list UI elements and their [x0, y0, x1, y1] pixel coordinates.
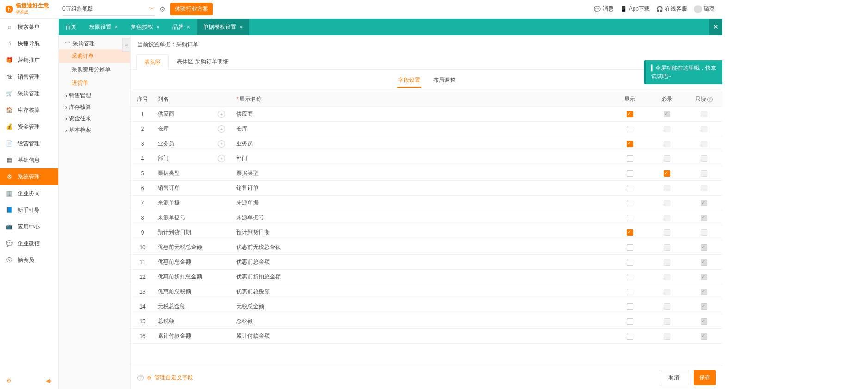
checkbox[interactable]: [627, 215, 633, 221]
inner-tab[interactable]: 表体区-采购订单明细: [169, 54, 236, 69]
sidebar-item[interactable]: ⌂快捷导航: [0, 35, 58, 52]
checkbox[interactable]: [627, 185, 633, 191]
cell-display-name[interactable]: 累计付款金额: [233, 329, 611, 344]
manage-custom-fields-link[interactable]: 管理自定义字段: [154, 374, 193, 382]
add-icon[interactable]: ＋: [218, 155, 225, 162]
sidebar-item[interactable]: 💰资金管理: [0, 118, 58, 135]
sidebar-item[interactable]: Ⓥ畅会员: [0, 252, 58, 268]
close-icon[interactable]: ✕: [114, 25, 118, 30]
checkbox[interactable]: [627, 289, 633, 295]
checkbox[interactable]: [627, 244, 633, 251]
cell-display-name[interactable]: 优惠前折扣总金额: [233, 270, 611, 284]
checkbox[interactable]: [627, 111, 633, 117]
subnav-item[interactable]: 采购费用分摊单: [59, 63, 130, 76]
messages-link[interactable]: 💬消息: [594, 5, 614, 13]
subnav-item[interactable]: 采购订单: [59, 49, 130, 63]
cell-readonly: [685, 329, 722, 344]
sidebar-item[interactable]: ⚙系统管理: [0, 168, 58, 185]
tab[interactable]: 品牌✕: [166, 19, 197, 35]
cell-display-name[interactable]: 来源单据号: [233, 210, 611, 225]
subnav-group[interactable]: ›销售管理: [59, 90, 130, 101]
cell-display-name[interactable]: 供应商: [233, 107, 611, 122]
add-icon[interactable]: ＋: [218, 140, 225, 148]
sidebar-item[interactable]: 🛒采购管理: [0, 85, 58, 102]
sidebar-item[interactable]: 💬企业微信: [0, 235, 58, 252]
segment-tab[interactable]: 布局调整: [432, 74, 456, 88]
cell-display-name[interactable]: 无税总金额: [233, 299, 611, 314]
checkbox[interactable]: [627, 259, 633, 266]
sidebar-item[interactable]: 📘新手引导: [0, 202, 58, 218]
org-selector[interactable]: 0五组旗舰版﹀: [62, 3, 155, 16]
checkbox[interactable]: [627, 170, 633, 177]
checkbox[interactable]: [627, 274, 633, 280]
cell-display-name[interactable]: 仓库: [233, 122, 611, 136]
settings-footer-icon[interactable]: ⚙: [6, 377, 12, 384]
subnav-group[interactable]: ›基本档案: [59, 124, 130, 136]
collapse-subnav-icon[interactable]: «: [122, 38, 130, 52]
logo: b 畅捷通好生意 标准版: [0, 0, 59, 19]
cell-seq: 9: [131, 225, 154, 240]
cell-required: [648, 107, 685, 122]
cell-display-name[interactable]: 来源单据: [233, 196, 611, 210]
cell-display-name[interactable]: 部门: [233, 151, 611, 166]
inner-tab[interactable]: 表头区: [136, 54, 169, 70]
checkbox[interactable]: [627, 303, 633, 310]
checkbox[interactable]: [627, 333, 633, 340]
checkbox[interactable]: [627, 141, 633, 147]
checkbox: [701, 215, 707, 221]
cell-display-name[interactable]: 优惠前总金额: [233, 255, 611, 270]
checkbox[interactable]: [627, 229, 633, 236]
checkbox[interactable]: [627, 126, 633, 132]
cell-display-name[interactable]: 优惠前总税额: [233, 284, 611, 299]
tab[interactable]: 单据模板设置✕: [197, 19, 249, 35]
tab[interactable]: 首页: [59, 19, 83, 35]
sidebar-label: 企业微信: [18, 240, 40, 247]
experience-button[interactable]: 体验行业方案: [170, 3, 213, 15]
user-menu[interactable]: 璐璐: [694, 5, 715, 13]
tab[interactable]: 权限设置✕: [83, 19, 124, 35]
collapse-sidebar-icon[interactable]: ◀›: [46, 377, 52, 384]
sidebar-item[interactable]: 📄经营管理: [0, 135, 58, 152]
help-icon[interactable]: ?: [707, 97, 713, 102]
segment-tab[interactable]: 字段设置: [397, 74, 421, 88]
close-icon[interactable]: ✕: [156, 25, 160, 30]
subnav-group[interactable]: ›资金往来: [59, 113, 130, 124]
app-download-link[interactable]: 📱App下载: [620, 5, 650, 13]
subnav-group[interactable]: ›库存核算: [59, 101, 130, 113]
add-icon[interactable]: ＋: [218, 111, 225, 118]
cell-readonly: [685, 210, 722, 225]
sidebar-item[interactable]: 🎁营销推广: [0, 52, 58, 68]
subnav-group[interactable]: ﹀采购管理: [59, 38, 130, 49]
sidebar-item[interactable]: ▦基础信息: [0, 152, 58, 168]
cell-display-name[interactable]: 预计到货日期: [233, 225, 611, 240]
save-button[interactable]: 保存: [694, 370, 716, 385]
settings-icon[interactable]: ⚙: [160, 6, 166, 13]
help-icon[interactable]: ?: [137, 375, 144, 381]
customer-service-link[interactable]: 🎧在线客服: [656, 5, 687, 13]
fullscreen-tip: ▎全屏功能在这里哦，快来试试吧~: [644, 60, 722, 84]
checkbox[interactable]: [627, 155, 633, 162]
sidebar-item[interactable]: 🛍销售管理: [0, 68, 58, 85]
close-icon[interactable]: ✕: [186, 25, 190, 30]
cell-display-name[interactable]: 业务员: [233, 136, 611, 151]
sidebar-item[interactable]: ⌕搜索菜单: [0, 19, 58, 35]
cell-seq: 15: [131, 314, 154, 329]
close-icon[interactable]: ✕: [239, 25, 243, 30]
chevron-icon: ›: [65, 116, 67, 122]
sidebar-item[interactable]: 🏠库存核算: [0, 102, 58, 118]
cell-display-name[interactable]: 销售订单: [233, 181, 611, 196]
cell-display-name[interactable]: 总税额: [233, 314, 611, 329]
close-all-tabs-button[interactable]: ✕: [709, 19, 722, 35]
tab[interactable]: 角色授权✕: [124, 19, 166, 35]
cell-display-name[interactable]: 优惠前无税总金额: [233, 240, 611, 255]
checkbox[interactable]: [627, 318, 633, 325]
subnav-item[interactable]: 进货单: [59, 76, 130, 90]
add-icon[interactable]: ＋: [218, 125, 225, 133]
cell-display-name[interactable]: 票据类型: [233, 166, 611, 181]
sidebar-item[interactable]: 🏢企业协同: [0, 185, 58, 202]
checkbox[interactable]: [664, 170, 670, 177]
sidebar-item[interactable]: 📺应用中心: [0, 218, 58, 235]
table-row: 15总税额总税额: [131, 314, 722, 329]
checkbox[interactable]: [627, 200, 633, 206]
cancel-button[interactable]: 取消: [659, 370, 689, 385]
